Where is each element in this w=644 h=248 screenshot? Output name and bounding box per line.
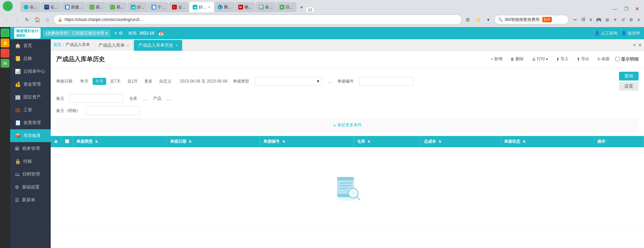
translate-icon[interactable]: 译 — [580, 16, 587, 23]
page-tab-history[interactable]: 产成品入库单历史 × — [134, 40, 182, 51]
remark-filter-input[interactable] — [70, 94, 124, 103]
app-icon-star[interactable]: ⭐ — [1, 39, 9, 47]
th-status[interactable]: 单据状态 ⇅ — [500, 136, 594, 147]
tab-12[interactable]: 📊 各... — [256, 2, 276, 12]
bookmark-button[interactable]: ☆ — [43, 16, 51, 24]
user-link[interactable]: 👤 徐泽华 — [621, 30, 640, 36]
refresh-button[interactable]: ↻ 刷新 — [595, 55, 613, 63]
forward-button[interactable]: › — [13, 16, 21, 24]
type-filter-select[interactable]: ▾ — [255, 77, 322, 86]
sidebar-item-closing[interactable]: 🔒 结账 — [10, 155, 51, 168]
tab-8[interactable]: C 企... — [169, 2, 189, 12]
th-number[interactable]: 单据编号 ⇅ — [260, 136, 354, 147]
refresh-nav-button[interactable]: ↻ — [23, 16, 31, 24]
query-button[interactable]: 查询 — [619, 72, 639, 81]
sidebar-item-payroll[interactable]: 💼 工资 — [10, 104, 51, 116]
new-tab-button[interactable]: + — [297, 3, 306, 12]
date-btn-7days[interactable]: 近7天 — [108, 78, 123, 85]
sidebar-item-report[interactable]: 📊 云报表中心 — [10, 65, 51, 78]
show-cols-checkbox[interactable] — [615, 57, 620, 61]
sidebar-item-fixed[interactable]: 🏢 固定资产 — [10, 91, 51, 104]
page-tab-history-close[interactable]: × — [175, 43, 177, 47]
date-btn-yesterday[interactable]: 昨天 — [78, 78, 91, 85]
add-period-icon[interactable]: + — [114, 30, 117, 36]
browser-logo[interactable]: 🌿 — [3, 1, 13, 11]
export-button[interactable]: ⬆ 导出 — [574, 55, 592, 63]
calendar-icon[interactable]: 📅 — [158, 31, 164, 36]
tab-11[interactable]: M 畅... — [235, 2, 255, 12]
select-all-checkbox[interactable] — [65, 139, 69, 143]
sidebar-item-ledger[interactable]: 📒 总账 — [10, 52, 51, 65]
tab-2[interactable]: 🛡 在... — [41, 2, 61, 12]
game-icon[interactable]: 🎮 — [595, 17, 603, 23]
filter-settings-button[interactable]: 设置 — [619, 82, 639, 91]
delete-button[interactable]: 🗑 删除 — [508, 55, 526, 63]
company-selector[interactable]: (勿删勿禁用）江西服宝测试专用 ▾ — [43, 30, 110, 37]
th-warehouse[interactable]: 仓库 ⇅ — [353, 136, 420, 147]
import-button[interactable]: ⬇ 导入 — [553, 55, 571, 63]
tab-4[interactable]: 🟩 易... — [86, 2, 106, 12]
settings-period-icon[interactable]: ⚙ — [119, 30, 123, 36]
address-bar[interactable]: 🔒 https://cloud.chanjet.com/accounting/u… — [53, 15, 462, 25]
remark-detail-filter-input[interactable] — [86, 106, 140, 115]
tab-bar-close[interactable]: × — [633, 42, 636, 48]
app-icon-red[interactable]: 🔴 — [1, 49, 9, 58]
product-filter-dots[interactable]: ... — [167, 95, 172, 102]
tab-5[interactable]: 🟩 易... — [107, 2, 127, 12]
th-type[interactable]: 单据类型 ⇅ — [73, 136, 167, 147]
close-button[interactable]: ✕ — [633, 5, 641, 12]
th-date[interactable]: 单据日期 ⇅ — [166, 136, 260, 147]
breadcrumb-list[interactable]: 产成品入库单 — [66, 42, 90, 48]
sidebar-item-basic[interactable]: ⚙ 基础设置 — [10, 181, 51, 194]
tab-9-close[interactable]: × — [208, 5, 210, 9]
app-icon-chanjet[interactable]: 🌿 — [1, 28, 9, 37]
sidebar-item-home[interactable]: 🏠 首页 — [10, 39, 51, 52]
tab-6[interactable]: ☁ 好... — [127, 2, 148, 12]
sidebar-item-inventory[interactable]: 📦 库存核算 — [10, 129, 51, 142]
search-bar[interactable]: 🔍 360智能抠图免费用 热搜 — [494, 15, 569, 24]
extensions-button[interactable]: ⊞ — [464, 16, 472, 24]
tab-bar-more[interactable]: ≡ — [639, 42, 641, 48]
dropdown-button[interactable]: ▾ — [484, 16, 492, 24]
th-checkbox[interactable] — [62, 136, 73, 147]
breadcrumb-home[interactable]: 首页 — [53, 42, 62, 48]
sidebar-item-archive[interactable]: 🗂 归档管理 — [10, 168, 51, 181]
settings-nav-icon[interactable]: ⚙ — [628, 17, 635, 23]
add-button[interactable]: + 新增 — [488, 55, 505, 63]
page-tab-list[interactable]: 产成品入库单 × — [94, 40, 133, 51]
date-btn-1month[interactable]: 近1月 — [125, 78, 141, 85]
home-nav-button[interactable]: 🏠 — [33, 16, 41, 24]
num-filter-input[interactable] — [359, 77, 413, 86]
type-filter-dots[interactable]: ... — [328, 78, 332, 84]
app-icon-mail[interactable]: ✉ — [1, 59, 9, 68]
tab-13[interactable]: S 目... — [276, 2, 296, 12]
collapse-button[interactable]: ∧ 收起更多条件 — [333, 121, 362, 129]
date-btn-today[interactable]: 今天 — [93, 78, 106, 85]
grid-icon[interactable]: ⊞ — [604, 17, 611, 23]
service-link[interactable]: 👤 人工咨询 — [595, 30, 617, 36]
th-total-cost[interactable]: 总成本 ⇅ — [420, 136, 500, 147]
print-button[interactable]: 🖨 打印 ▾ — [529, 55, 551, 63]
tab-7[interactable]: 📄 个... — [148, 2, 168, 12]
sidebar-item-newmenu[interactable]: ☰ 新菜单 — [10, 194, 51, 206]
menu-icon[interactable]: ≡ — [636, 17, 641, 23]
tab-3[interactable]: 📄 新建... — [62, 2, 86, 12]
lightning-button[interactable]: ⚡ — [474, 16, 482, 24]
tab-9[interactable]: ☁ 好... × — [189, 2, 214, 12]
tab-1[interactable]: 🌐 在... — [20, 2, 41, 12]
warehouse-filter-dots[interactable]: ... — [143, 95, 148, 102]
tab-10[interactable]: 🐧 腾... — [214, 2, 235, 12]
scissors-icon[interactable]: ✂ — [572, 17, 578, 23]
yuan-icon[interactable]: ¥ — [588, 17, 593, 23]
restore-button[interactable]: ❐ — [622, 5, 630, 12]
theme-icon[interactable]: ☀ — [612, 17, 619, 23]
page-tab-list-close[interactable]: × — [127, 43, 129, 47]
back2-icon[interactable]: ↺ — [620, 17, 626, 23]
date-btn-custom[interactable]: 自定义 — [157, 78, 174, 85]
date-btn-more[interactable]: 更多 — [142, 78, 155, 85]
sidebar-item-tax[interactable]: 🏛 税务管理 — [10, 142, 51, 155]
th-settings[interactable]: ⚙ — [51, 136, 62, 147]
back-button[interactable]: ‹ — [3, 16, 11, 24]
sidebar-item-finance[interactable]: 💰 资金管理 — [10, 78, 51, 91]
sidebar-item-invoice[interactable]: 🧾 发票管理 — [10, 116, 51, 129]
